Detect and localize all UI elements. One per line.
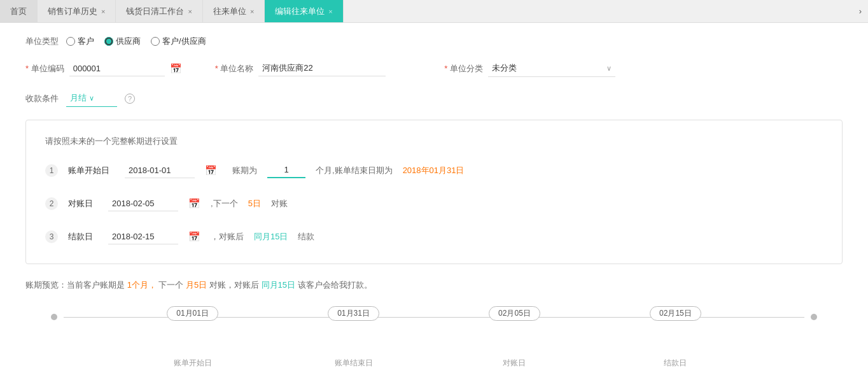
row3-date-input[interactable] bbox=[108, 229, 178, 244]
timeline-right-dot bbox=[811, 306, 817, 320]
timeline-nodes-row: 01月01日 账单开始日 01月31日 账单结束日 02月05日 对账日 02月… bbox=[51, 306, 817, 369]
preview-mid: 下一个 bbox=[158, 280, 183, 290]
preview-section: 账期预览：当前客户账期是 1个月， 下一个 月5日 对账，对账后 同月15日 该… bbox=[25, 279, 843, 369]
row3-suffix: 结款 bbox=[298, 231, 314, 243]
radio-both-input[interactable] bbox=[151, 37, 160, 46]
row3-highlight: 同月15日 bbox=[254, 231, 288, 243]
payment-terms-value: 月结 bbox=[70, 92, 87, 104]
timeline-pill-1: 01月01日 bbox=[167, 306, 218, 321]
calendar-icon[interactable]: 📅 bbox=[170, 63, 182, 74]
row2-highlight: 5日 bbox=[248, 198, 261, 209]
radio-both-label: 客户/供应商 bbox=[162, 36, 206, 47]
dot-right bbox=[811, 314, 817, 320]
preview-text: 账期预览：当前客户账期是 1个月， 下一个 月5日 对账，对账后 同月15日 该… bbox=[25, 279, 843, 291]
unit-name-field: 单位名称 bbox=[215, 61, 386, 76]
row3-label: 结款日 bbox=[68, 231, 93, 243]
close-icon[interactable]: × bbox=[188, 8, 192, 15]
timeline: 01月01日 账单开始日 01月31日 账单结束日 02月05日 对账日 02月… bbox=[25, 306, 843, 369]
unit-code-field: 单位编码 📅 bbox=[25, 61, 182, 76]
tab-more-button[interactable]: › bbox=[853, 0, 868, 22]
radio-customer[interactable]: 客户 bbox=[66, 36, 94, 47]
tab-sales-history[interactable]: 销售订单历史 × bbox=[38, 0, 116, 22]
unit-category-field: 单位分类 未分类 ∨ bbox=[444, 60, 615, 77]
row3-prefix: ，对账后 bbox=[211, 231, 244, 243]
chevron-right-icon: › bbox=[859, 6, 862, 16]
settings-box: 请按照未来的一个完整帐期进行设置 1 账单开始日 📅 账期为 个月,账单结束日期… bbox=[25, 120, 843, 264]
chevron-down-icon: ∨ bbox=[606, 64, 612, 73]
row1-highlight-date: 2018年01月31日 bbox=[403, 165, 465, 176]
row-num-1: 1 bbox=[45, 164, 58, 177]
radio-supplier-input[interactable] bbox=[104, 37, 113, 46]
main-content: 单位类型 客户 供应商 客户/供应商 单位编码 📅 单位名称 bbox=[0, 23, 868, 387]
tab-edit-counterparty[interactable]: 编辑往来单位 × bbox=[265, 0, 343, 22]
radio-both[interactable]: 客户/供应商 bbox=[151, 36, 206, 47]
dot-left bbox=[51, 314, 57, 320]
settings-row-1: 1 账单开始日 📅 账期为 个月,账单结束日期为 2018年01月31日 bbox=[45, 162, 823, 178]
timeline-label-2: 账单结束日 bbox=[335, 358, 373, 369]
unit-name-label: 单位名称 bbox=[215, 63, 254, 74]
close-icon[interactable]: × bbox=[328, 8, 332, 15]
settings-row-3: 3 结款日 📅 ，对账后 同月15日 结款 bbox=[45, 229, 823, 244]
timeline-label-4: 结款日 bbox=[664, 358, 687, 369]
payment-terms-dropdown[interactable]: 月结 ∨ bbox=[66, 90, 117, 107]
chevron-down-icon: ∨ bbox=[89, 94, 94, 102]
settings-title: 请按照未来的一个完整帐期进行设置 bbox=[45, 136, 823, 147]
preview-prefix: 账期预览：当前客户账期是 bbox=[25, 280, 125, 290]
row2-suffix: 对账 bbox=[271, 198, 288, 209]
unit-name-input[interactable] bbox=[258, 61, 386, 76]
row-num-2: 2 bbox=[45, 197, 58, 210]
row1-suffix: 个月,账单结束日期为 bbox=[316, 165, 393, 176]
timeline-pill-2: 01月31日 bbox=[328, 306, 379, 321]
payment-terms-label: 收款条件 bbox=[25, 93, 59, 104]
calendar-icon-1[interactable]: 📅 bbox=[205, 165, 217, 176]
row2-prefix: ,下一个 bbox=[211, 198, 238, 209]
radio-supplier-label: 供应商 bbox=[116, 36, 141, 47]
settings-row-2: 2 对账日 📅 ,下一个 5日 对账 bbox=[45, 196, 823, 211]
unit-category-dropdown[interactable]: 未分类 ∨ bbox=[488, 60, 615, 77]
radio-customer-label: 客户 bbox=[78, 36, 94, 47]
unit-category-value: 未分类 bbox=[492, 62, 517, 74]
timeline-node-3: 02月05日 对账日 bbox=[489, 306, 540, 369]
unit-type-row: 单位类型 客户 供应商 客户/供应商 bbox=[25, 36, 843, 47]
row2-label: 对账日 bbox=[68, 198, 93, 209]
timeline-node-4: 02月15日 结款日 bbox=[650, 306, 701, 369]
row1-suffix-before: 账期为 bbox=[232, 165, 257, 176]
row2-date-input[interactable] bbox=[108, 196, 178, 211]
payment-terms-row: 收款条件 月结 ∨ ? bbox=[25, 90, 843, 107]
preview-suffix: 该客户会给我打款。 bbox=[298, 280, 372, 290]
help-icon[interactable]: ? bbox=[125, 94, 135, 104]
preview-mid2: 对账，对账后 bbox=[209, 280, 259, 290]
timeline-label-3: 对账日 bbox=[503, 358, 526, 369]
close-icon[interactable]: × bbox=[101, 8, 105, 15]
radio-customer-input[interactable] bbox=[66, 37, 75, 46]
row1-date-input[interactable] bbox=[125, 163, 195, 178]
tab-home[interactable]: 首页 bbox=[0, 0, 38, 22]
unit-code-label: 单位编码 bbox=[25, 63, 64, 74]
calendar-icon-2[interactable]: 📅 bbox=[188, 198, 200, 209]
timeline-label-1: 账单开始日 bbox=[174, 358, 212, 369]
timeline-node-2: 01月31日 账单结束日 bbox=[328, 306, 379, 369]
radio-supplier[interactable]: 供应商 bbox=[104, 36, 141, 47]
close-icon[interactable]: × bbox=[250, 8, 254, 15]
tab-counterparty[interactable]: 往来单位 × bbox=[203, 0, 265, 22]
row-num-3: 3 bbox=[45, 230, 58, 243]
unit-category-label: 单位分类 bbox=[444, 63, 483, 74]
unit-type-label: 单位类型 bbox=[25, 36, 59, 47]
tab-bar: 首页 销售订单历史 × 钱货日清工作台 × 往来单位 × 编辑往来单位 × › bbox=[0, 0, 868, 23]
calendar-icon-3[interactable]: 📅 bbox=[188, 231, 200, 243]
timeline-pill-3: 02月05日 bbox=[489, 306, 540, 321]
timeline-left-dot bbox=[51, 306, 57, 320]
row1-label: 账单开始日 bbox=[68, 165, 109, 176]
period-input[interactable] bbox=[267, 162, 305, 178]
preview-period: 1个月， bbox=[127, 280, 157, 290]
unit-type-radio-group: 客户 供应商 客户/供应商 bbox=[66, 36, 206, 47]
preview-payment: 同月15日 bbox=[262, 280, 295, 290]
unit-code-input[interactable] bbox=[69, 61, 165, 76]
tab-cash-ledger[interactable]: 钱货日清工作台 × bbox=[116, 0, 202, 22]
timeline-node-1: 01月01日 账单开始日 bbox=[167, 306, 218, 369]
unit-info-row: 单位编码 📅 单位名称 单位分类 未分类 ∨ bbox=[25, 60, 843, 77]
preview-reconcile: 月5日 bbox=[186, 280, 207, 290]
timeline-pill-4: 02月15日 bbox=[650, 306, 701, 321]
